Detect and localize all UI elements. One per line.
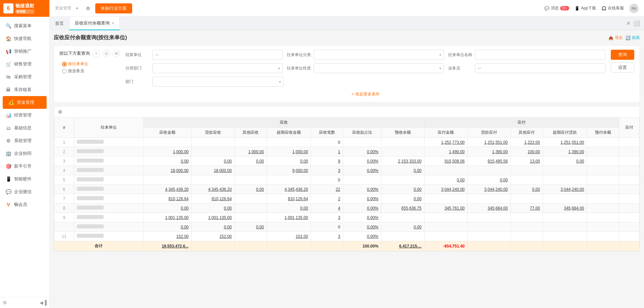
cell-company: [74, 157, 144, 166]
tab-ar-ap[interactable]: 应收应付余额查询 ×: [69, 17, 120, 30]
sidebar-item-wechat[interactable]: 💬 企业微信: [0, 185, 49, 198]
cell-ar_other: [234, 175, 267, 185]
cell-ap_loan: 0.00: [468, 175, 511, 185]
cell-ar_other: 0.00: [234, 222, 267, 232]
sidebar-item-operation[interactable]: 📊 经营管理: [0, 109, 49, 122]
sidebar-menu: 🔍 搜索菜单 🏠 快捷导航 📢 营销推广 🛒 销售管理 🛍 采购管理 🏛 库存核…: [0, 17, 49, 297]
filter-input-dept[interactable]: ▾: [152, 63, 283, 73]
sidebar-collapse-btn[interactable]: ◀▐: [40, 300, 47, 305]
cta-button[interactable]: 体验行业方案: [95, 3, 132, 13]
filter-label-department: 部门: [125, 79, 152, 85]
sidebar-item-inventory[interactable]: 🏛 库存核算: [0, 83, 49, 96]
footer-ap-other: [511, 241, 543, 251]
sidebar-item-basic[interactable]: 🗂 基础信息: [0, 122, 49, 134]
tab-maximize-btn[interactable]: ⬜: [633, 20, 640, 27]
sidebar-item-purchase[interactable]: 🛍 采购管理: [0, 71, 49, 83]
radio-by-company: [62, 62, 67, 67]
cell-ar_prepay: 0.00: [381, 166, 425, 175]
cell-ap-extra: [619, 213, 640, 222]
cell-company: [74, 138, 144, 147]
cell-ar_count: 3: [311, 213, 343, 222]
chevron-down-icon3: ▾: [439, 67, 441, 70]
filter-collapse-btn[interactable]: ≪: [113, 50, 120, 57]
filter-collapse-more[interactable]: ∧ 收起更多条件: [125, 90, 605, 98]
table-settings-icon[interactable]: ⚙: [58, 109, 62, 115]
filter-title: 按以下方案查询: [59, 50, 90, 56]
msg-btn[interactable]: 💬 消息 99+: [544, 5, 569, 11]
breadcrumb-dropdown-btn[interactable]: ▾: [74, 5, 80, 12]
sidebar-settings-btn[interactable]: ⚙: [3, 300, 7, 305]
sidebar-item-guide[interactable]: 🎯 新手引导: [0, 160, 49, 173]
col-ar-amount: 应收金额: [143, 128, 191, 138]
finance-icon: 💰: [8, 99, 14, 105]
sidebar-item-member[interactable]: V 畅会员: [0, 198, 49, 211]
avatar-text: Rit: [632, 6, 636, 10]
col-ar-count: 应收笔数: [311, 128, 343, 138]
footer-ar-ratio: 100.00%: [343, 241, 381, 251]
service-icon: 🎧: [601, 6, 606, 11]
cell-ap_amount: 3,044,240.00: [424, 185, 468, 194]
radio-by-salesperson: [62, 69, 67, 74]
footer-ar-other: [234, 241, 267, 251]
filter-target-btn[interactable]: ◎: [103, 50, 110, 57]
cell-ar_loan: [192, 147, 235, 157]
sidebar-item-finance[interactable]: 💰 资金管理: [3, 96, 47, 109]
sidebar-item-quick-nav[interactable]: 🏠 快捷导航: [0, 32, 49, 45]
avatar[interactable]: Rit: [629, 4, 639, 13]
filter-by-company[interactable]: 按往来单位: [62, 61, 88, 67]
cell-ap-extra: [619, 222, 640, 232]
msg-icon: 💬: [544, 6, 549, 11]
filter-input-department[interactable]: ▾: [152, 77, 284, 87]
tab-close-window-btn[interactable]: ✕: [626, 20, 631, 27]
refresh-btn[interactable]: 🔄 刷新: [626, 35, 640, 41]
logo: 6 畅捷通财 标准版: [0, 0, 49, 17]
filter-by-salesperson-label: 按业务员: [68, 68, 84, 74]
sidebar-item-system[interactable]: ⚙ 系统管理: [0, 134, 49, 147]
app-download-btn[interactable]: 📱 App下载: [575, 5, 596, 11]
cell-ar_overdue: 9,000.00: [267, 166, 311, 175]
filter-add-btn[interactable]: +: [93, 50, 100, 57]
cell-company: [74, 166, 144, 175]
filter-label-settlement: 结算单位: [125, 52, 152, 58]
filter-label-salesperson: 业务员: [448, 65, 475, 71]
query-button[interactable]: 查询: [611, 50, 634, 60]
col-ap-loan: 贷款应付: [468, 128, 511, 138]
filter-input-settlement[interactable]: ···: [152, 50, 283, 60]
cell-ap_loan: 915,495.56: [468, 157, 511, 166]
sidebar-item-marketing[interactable]: 📢 营销推广: [0, 45, 49, 58]
sidebar-item-search-menu[interactable]: 🔍 搜索菜单: [0, 19, 49, 32]
service-btn[interactable]: 🎧 在线客服: [601, 5, 624, 11]
cell-ap_overdue: 1,390.00: [543, 147, 587, 157]
table-row: 101,252,773.001,251,551.001,222.001,251,…: [54, 138, 640, 147]
filter-input-company-name[interactable]: [475, 50, 605, 60]
cell-num: 3: [54, 157, 74, 166]
filter-sub-options: 按往来单位: [59, 61, 120, 67]
table-header-group: # 往来单位 应收 应付 应付: [54, 118, 640, 128]
export-btn[interactable]: 📤 导出: [608, 35, 623, 41]
cell-ap_amount: [424, 166, 468, 175]
sidebar-label-finance: 资金管理: [17, 99, 34, 105]
export-icon: 📤: [608, 36, 613, 40]
header-settings-btn[interactable]: ⚙: [83, 4, 93, 13]
cell-company: [74, 232, 144, 241]
cell-ap_overdue: [543, 166, 587, 175]
filter-input-nature[interactable]: ▾: [314, 63, 444, 73]
cell-ap_loan: [468, 232, 511, 241]
sidebar-item-corp[interactable]: 🏢 企业协同: [0, 147, 49, 160]
page-title: 应收应付余额查询(按往来单位): [54, 34, 127, 41]
sidebar-item-hardware[interactable]: 📱 智能硬件: [0, 173, 49, 185]
cell-ar_amount: 4,345,436.20: [143, 185, 191, 194]
col-ar-prepay: 预收余额: [381, 128, 425, 138]
sidebar-item-sales[interactable]: 🛒 销售管理: [0, 58, 49, 71]
set-button[interactable]: 设置: [611, 62, 634, 73]
cell-company: [74, 147, 144, 157]
cell-ap_loan: 1,390.00: [468, 147, 511, 157]
filter-input-category[interactable]: ▾: [314, 50, 444, 60]
cell-ar_prepay: 0.00: [381, 185, 425, 194]
filter-by-salesperson[interactable]: 按业务员: [62, 68, 84, 74]
filter-by-company-label: 按往来单位: [68, 61, 88, 67]
sidebar-label-corp: 企业协同: [14, 150, 32, 157]
tab-close-btn[interactable]: ×: [112, 21, 114, 26]
tab-home[interactable]: 首页: [50, 17, 69, 30]
filter-input-salesperson[interactable]: ···: [475, 63, 605, 73]
